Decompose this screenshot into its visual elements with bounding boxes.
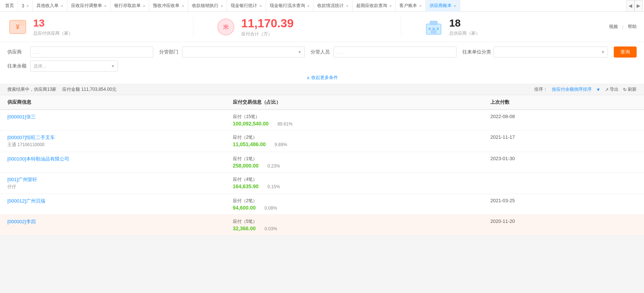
tab-cash-stat-close[interactable]: ×: [259, 4, 262, 8]
tab-cash-flow[interactable]: 现金银行流水查询 ×: [266, 0, 314, 12]
tab-3[interactable]: 3 ×: [18, 0, 33, 12]
payable-suppliers-num: 13: [33, 17, 73, 30]
filter-dept-dropdown[interactable]: ▼: [182, 46, 305, 58]
filter-dept-input[interactable]: [182, 46, 305, 58]
collapse-label: 收起更多条件: [311, 75, 338, 81]
last-pay-date: 2021-03-25: [490, 198, 515, 203]
supplier-link[interactable]: [000100]本特勒油品有限公司: [7, 156, 69, 162]
tab-cash-stat[interactable]: 现金银行统计 ×: [227, 0, 266, 12]
nav-prev-button[interactable]: ◀: [626, 0, 634, 12]
tab-advance-recv[interactable]: 预收冲应收单 ×: [149, 0, 188, 12]
filter-supplier: 供应商: [7, 46, 153, 58]
query-button[interactable]: 查询: [614, 46, 637, 58]
supplier-sub-info: 王通 17106110000: [7, 142, 218, 148]
tab-advance-recv-close[interactable]: ×: [182, 4, 184, 8]
tab-bank-close[interactable]: ×: [143, 4, 145, 8]
table-header-row: 供应商信息 应付交易信息（占比） 上次付数: [0, 95, 644, 110]
supplier-cell: [000100]本特勒油品有限公司: [0, 152, 225, 173]
payable-amount[interactable]: 32,366.00: [233, 225, 256, 231]
export-button[interactable]: ↗ 导出: [605, 86, 619, 93]
col-header-payable: 应付交易信息（占比）: [225, 95, 483, 110]
tab-other-income-label: 其他收入单: [36, 3, 59, 9]
payable-amount[interactable]: 258,000.00: [233, 163, 259, 169]
filter-balance-input[interactable]: [30, 61, 118, 72]
tab-verify-close[interactable]: ×: [221, 4, 223, 8]
svg-rect-10: [431, 30, 437, 34]
filter-person-input[interactable]: [333, 46, 456, 58]
results-actions: 排序： 按应付余额倒序排序 ▼ ↗ 导出 ↻ 刷新: [534, 86, 637, 93]
supplier-cell: [000001]张三: [0, 110, 225, 131]
tab-adjust-close[interactable]: ×: [104, 4, 106, 8]
svg-text:米: 米: [223, 24, 229, 30]
payable-cell: 应付（1笔）258,000.000.23%: [225, 152, 483, 173]
video-link[interactable]: 视频: [609, 24, 618, 30]
tab-overdue[interactable]: 超期应收款查询 ×: [353, 0, 396, 12]
tab-cash-stat-label: 现金银行统计: [231, 3, 257, 9]
supplier-link[interactable]: [000012]广州贝瑞: [7, 198, 45, 204]
tab-customer-book-label: 客户账本: [399, 3, 417, 9]
tab-bank[interactable]: 银行存取款单 ×: [111, 0, 149, 12]
payable-amount[interactable]: 94,600.00: [233, 205, 256, 211]
nav-next-button[interactable]: ▶: [634, 0, 643, 12]
supplier-link[interactable]: [000002]李四: [7, 219, 36, 224]
tab-verify[interactable]: 收款核销执行 ×: [188, 0, 227, 12]
payable-total-icon: 米: [216, 17, 236, 37]
tab-other-income[interactable]: 其他收入单 ×: [33, 0, 67, 12]
tab-home[interactable]: 首页: [1, 0, 18, 12]
tab-advance-recv-label: 预收冲应收单: [153, 3, 179, 9]
tab-home-label: 首页: [5, 3, 14, 9]
tab-3-close[interactable]: ×: [27, 4, 29, 8]
filter-category-dropdown[interactable]: ▼: [493, 46, 608, 58]
payable-amount[interactable]: 100,092,540.00: [233, 121, 269, 127]
last-pay-cell: 2020-11-20: [483, 215, 644, 235]
table-row: [000100]本特勒油品有限公司应付（1笔）258,000.000.23%20…: [0, 152, 644, 173]
results-info: 搜索结果中，供应商13家 应付金额 111,703,854.00元: [7, 86, 116, 93]
tab-cash-flow-close[interactable]: ×: [307, 4, 309, 8]
filter-dept-label: 分管部门: [159, 49, 180, 55]
payable-amount[interactable]: 164,635.90: [233, 183, 259, 189]
tab-3-label: 3: [22, 3, 24, 8]
tab-adjust[interactable]: 应收应付调整单 ×: [67, 0, 111, 12]
supplier-cell: [000002]李四: [0, 215, 225, 235]
filter-supplier-input[interactable]: [30, 46, 153, 58]
tab-adjust-label: 应收应付调整单: [71, 3, 102, 9]
tab-recv-stat[interactable]: 收款情况统计 ×: [314, 0, 352, 12]
sort-value[interactable]: 按应付余额倒序排序: [552, 86, 592, 93]
refresh-button[interactable]: ↻ 刷新: [623, 86, 637, 93]
last-pay-cell: 2021-03-25: [483, 194, 644, 215]
tab-customer-book[interactable]: 客户账本 ×: [396, 0, 426, 12]
results-amount: 应付金额 111,703,854.00元: [62, 86, 116, 93]
filter-category-input[interactable]: [493, 46, 608, 58]
summary-bar: ¥ 13 总应付供应商（家） 米 11,170.39 应付合计（万）: [0, 12, 644, 42]
tab-recv-stat-label: 收款情况统计: [317, 3, 344, 9]
table-body: [000001]张三应付（15笔）100,092,540.0089.61%202…: [0, 110, 644, 235]
tab-other-income-close[interactable]: ×: [61, 4, 63, 8]
data-table-wrap: 供应商信息 应付交易信息（占比） 上次付数 [000001]张三应付（15笔）1…: [0, 95, 644, 235]
col-header-supplier: 供应商信息: [0, 95, 225, 110]
tab-verify-label: 收款核销执行: [192, 3, 218, 9]
tab-overdue-label: 超期应收款查询: [356, 3, 387, 9]
payable-amount[interactable]: 11,051,486.00: [233, 141, 266, 147]
table-row: [001]广州荣轩仔仔应付（4笔）164,635.900.15%: [0, 173, 644, 194]
tab-bank-label: 银行存取款单: [114, 3, 141, 9]
last-pay-cell: 2023-01-30: [483, 152, 644, 173]
collapse-icon: ∧: [307, 75, 310, 80]
tab-customer-book-close[interactable]: ×: [419, 4, 421, 8]
table-row: [000012]广州贝瑞应付（2笔）94,600.000.08%2021-03-…: [0, 194, 644, 215]
refresh-label: 刷新: [628, 86, 637, 93]
payable-cell: 应付（15笔）100,092,540.0089.61%: [225, 110, 483, 131]
filter-balance-dropdown[interactable]: ▼: [30, 61, 118, 72]
tab-supplier-book-close[interactable]: ×: [454, 4, 456, 8]
supplier-link[interactable]: [001]广州荣轩: [7, 177, 37, 182]
help-link[interactable]: 帮助: [628, 24, 637, 30]
tab-overdue-close[interactable]: ×: [389, 4, 392, 8]
supplier-sub-info: 仔仔: [7, 184, 218, 190]
supplier-link[interactable]: [000001]张三: [7, 114, 36, 120]
svg-rect-7: [428, 28, 431, 30]
filter-category-label: 往来单位分类: [462, 49, 491, 55]
tab-supplier-book[interactable]: 供应商账本 ×: [426, 0, 460, 12]
tab-recv-stat-close[interactable]: ×: [346, 4, 348, 8]
supplier-link[interactable]: [000007]恒旺二手叉车: [7, 135, 55, 140]
collapse-button[interactable]: ∧ 收起更多条件: [307, 75, 338, 81]
payable-count: 应付（4笔）: [233, 176, 476, 183]
